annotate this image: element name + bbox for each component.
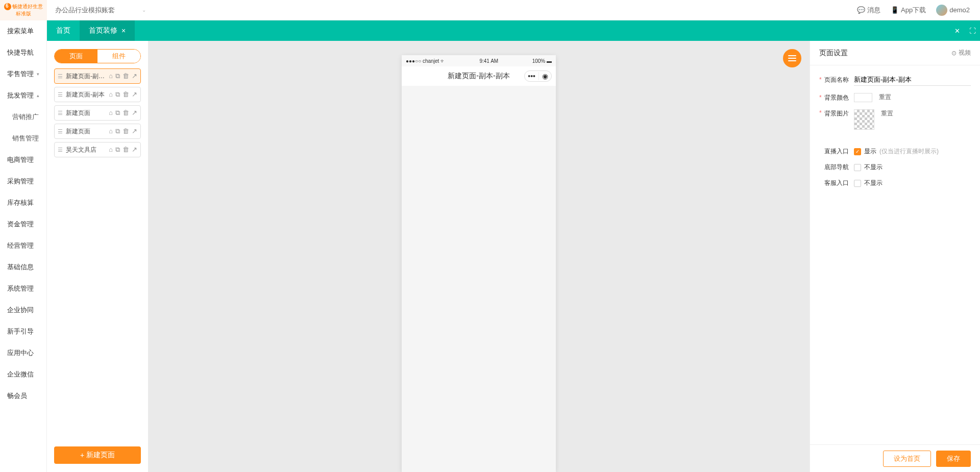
new-page-button[interactable]: + 新建页面 — [54, 446, 141, 464]
mini-tab-component[interactable]: 组件 — [97, 50, 140, 63]
sidebar-item-12[interactable]: 系统管理 — [0, 278, 46, 299]
copy-icon[interactable]: ⧉ — [115, 90, 120, 99]
drag-handle-icon[interactable]: ☰ — [58, 147, 63, 153]
phone-preview[interactable]: ●●●○○ chanjet ᯤ 9:41 AM 100% ▬ 新建页面-副本-副… — [402, 55, 556, 472]
bg-img-reset[interactable]: 重置 — [881, 110, 893, 117]
message-icon: 💬 — [857, 6, 865, 14]
phone-time: 9:41 AM — [479, 58, 498, 64]
app-download-link[interactable]: 📱 App下载 — [891, 6, 926, 15]
sidebar-item-16[interactable]: 企业微信 — [0, 364, 46, 385]
share-icon[interactable]: ↗ — [132, 146, 137, 154]
sidebar: 搜索菜单快捷导航零售管理▾批发管理▴营销推广销售管理电商管理采购管理库存核算资金… — [0, 20, 47, 472]
brand-logo[interactable]: 畅捷通好生意 标准版 — [0, 0, 47, 20]
phone-status-bar: ●●●○○ chanjet ᯤ 9:41 AM 100% ▬ — [402, 55, 556, 66]
sidebar-item-15[interactable]: 应用中心 — [0, 342, 46, 364]
bottom-nav-checkbox[interactable] — [854, 164, 861, 171]
wifi-icon: ᯤ — [440, 58, 446, 64]
home-icon[interactable]: ⌂ — [109, 146, 113, 154]
page-item-0[interactable]: ☰新建页面-副本...⌂⧉🗑↗ — [54, 68, 141, 84]
delete-icon[interactable]: 🗑 — [122, 109, 129, 117]
miniapp-capsule[interactable]: ••• ◉ — [524, 70, 552, 82]
page-item-4[interactable]: ☰昊天文具店⌂⧉🗑↗ — [54, 142, 141, 157]
messages-link[interactable]: 💬 消息 — [857, 6, 880, 15]
sidebar-item-9[interactable]: 资金管理 — [0, 214, 46, 235]
sidebar-item-3[interactable]: 批发管理▴ — [0, 85, 46, 106]
live-entry-checkbox[interactable]: ✓ — [854, 148, 861, 155]
bg-color-swatch[interactable] — [854, 93, 872, 102]
settings-panel: 页面设置 ⊙ 视频 * 页面名称 * — [810, 41, 980, 472]
set-home-button[interactable]: 设为首页 — [883, 451, 931, 467]
share-icon[interactable]: ↗ — [132, 109, 137, 117]
page-item-3[interactable]: ☰新建页面⌂⧉🗑↗ — [54, 124, 141, 139]
copy-icon[interactable]: ⧉ — [115, 109, 120, 117]
save-button[interactable]: 保存 — [936, 451, 971, 467]
home-icon[interactable]: ⌂ — [109, 90, 113, 99]
mini-tab-page[interactable]: 页面 — [55, 50, 97, 63]
sidebar-item-6[interactable]: 电商管理 — [0, 149, 46, 171]
bg-img-label: 背景图片 — [824, 109, 854, 118]
home-icon[interactable]: ⌂ — [109, 72, 113, 80]
sidebar-item-8[interactable]: 库存核算 — [0, 192, 46, 214]
delete-icon[interactable]: 🗑 — [122, 90, 129, 99]
copy-icon[interactable]: ⧉ — [115, 146, 120, 154]
drag-handle-icon[interactable]: ☰ — [58, 92, 63, 98]
service-label: 客服入口 — [824, 179, 854, 187]
home-icon[interactable]: ⌂ — [109, 109, 113, 117]
sidebar-item-7[interactable]: 采购管理 — [0, 171, 46, 192]
tab-close-all-button[interactable]: ✕ — [949, 20, 965, 41]
video-help-link[interactable]: ⊙ 视频 — [951, 49, 971, 57]
top-header: 畅捷通好生意 标准版 办公品行业模拟账套 ⌄ 💬 消息 📱 App下载 demo… — [0, 0, 980, 20]
sidebar-item-14[interactable]: 新手引导 — [0, 321, 46, 342]
components-fab[interactable] — [783, 49, 801, 67]
user-menu[interactable]: demo2 — [936, 5, 970, 16]
sidebar-item-11[interactable]: 基础信息 — [0, 256, 46, 278]
copy-icon[interactable]: ⧉ — [115, 127, 120, 135]
brand-edition: 标准版 — [16, 10, 31, 17]
sidebar-item-13[interactable]: 企业协同 — [0, 299, 46, 321]
delete-icon[interactable]: 🗑 — [122, 146, 129, 154]
page-item-2[interactable]: ☰新建页面⌂⧉🗑↗ — [54, 105, 141, 121]
account-select[interactable]: 办公品行业模拟账套 ⌄ — [47, 6, 154, 15]
delete-icon[interactable]: 🗑 — [122, 127, 129, 135]
target-icon: ◉ — [539, 72, 551, 80]
drag-handle-icon[interactable]: ☰ — [58, 110, 63, 116]
sidebar-item-2[interactable]: 零售管理▾ — [0, 63, 46, 85]
phone-title: 新建页面-副本-副本 — [448, 72, 509, 81]
home-icon[interactable]: ⌂ — [109, 127, 113, 135]
drag-handle-icon[interactable]: ☰ — [58, 74, 63, 79]
tab-1[interactable]: 首页装修× — [80, 20, 135, 41]
main-area: 首页首页装修× ✕ ⛶ 页面 组件 ☰新建页面-副本...⌂⧉🗑↗☰新建页面-副… — [47, 20, 980, 472]
share-icon[interactable]: ↗ — [132, 72, 137, 80]
chevron-down-icon: ⌄ — [142, 7, 146, 13]
sidebar-item-4[interactable]: 营销推广 — [0, 106, 46, 128]
live-entry-label: 直播入口 — [824, 147, 854, 156]
more-icon: ••• — [525, 72, 539, 80]
plus-icon: + — [80, 451, 84, 459]
tab-fullscreen-button[interactable]: ⛶ — [965, 20, 980, 41]
drag-handle-icon[interactable]: ☰ — [58, 129, 63, 134]
share-icon[interactable]: ↗ — [132, 127, 137, 135]
delete-icon[interactable]: 🗑 — [122, 72, 129, 80]
bg-color-reset[interactable]: 重置 — [879, 93, 891, 101]
share-icon[interactable]: ↗ — [132, 90, 137, 99]
mini-tabs: 页面 组件 — [54, 49, 141, 63]
tab-0[interactable]: 首页 — [47, 20, 80, 41]
sidebar-item-1[interactable]: 快捷导航 — [0, 42, 46, 63]
page-item-1[interactable]: ☰新建页面-副本⌂⧉🗑↗ — [54, 87, 141, 102]
sidebar-item-0[interactable]: 搜索菜单 — [0, 20, 46, 42]
avatar — [936, 5, 947, 16]
page-list-pane: 页面 组件 ☰新建页面-副本...⌂⧉🗑↗☰新建页面-副本⌂⧉🗑↗☰新建页面⌂⧉… — [47, 41, 148, 472]
sidebar-item-5[interactable]: 销售管理 — [0, 128, 46, 149]
page-name-input[interactable] — [854, 74, 971, 86]
close-icon[interactable]: × — [121, 27, 126, 35]
phone-icon: 📱 — [891, 6, 899, 14]
bg-img-swatch[interactable] — [854, 109, 874, 130]
sidebar-item-10[interactable]: 经营管理 — [0, 235, 46, 256]
canvas: ●●●○○ chanjet ᯤ 9:41 AM 100% ▬ 新建页面-副本-副… — [148, 41, 810, 472]
sidebar-item-17[interactable]: 畅会员 — [0, 385, 46, 407]
service-checkbox[interactable] — [854, 180, 861, 187]
phone-body[interactable] — [402, 86, 556, 331]
brand-name: 畅捷通好生意 — [12, 3, 43, 10]
copy-icon[interactable]: ⧉ — [115, 72, 120, 80]
bottom-nav-label: 底部导航 — [824, 163, 854, 172]
